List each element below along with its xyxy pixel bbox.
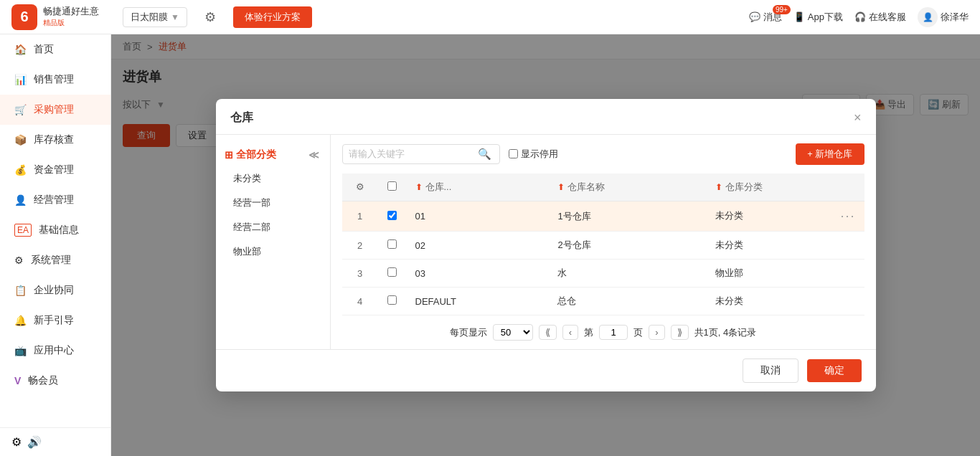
disabled-checkbox[interactable] bbox=[509, 149, 518, 158]
first-page-button[interactable]: ⟪ bbox=[539, 325, 557, 340]
sidebar-label-system: 系统管理 bbox=[31, 254, 71, 267]
row-category: 未分类 bbox=[707, 288, 864, 315]
confirm-button[interactable]: 确定 bbox=[807, 359, 862, 382]
apps-icon: 📺 bbox=[14, 345, 27, 356]
col-settings: ⚙ bbox=[342, 174, 378, 201]
total-pages: 共1页, 4条记录 bbox=[694, 326, 757, 339]
row-checkbox-cell[interactable] bbox=[378, 201, 407, 232]
basic-info-icon: EA bbox=[14, 224, 32, 237]
inventory-icon: 📦 bbox=[14, 134, 27, 146]
row-checkbox[interactable] bbox=[387, 295, 397, 305]
row-checkbox-cell[interactable] bbox=[378, 260, 407, 288]
page-label: 第 bbox=[584, 326, 593, 339]
store-name: 日太阳膜 bbox=[131, 11, 168, 24]
row-actions[interactable]: ··· bbox=[840, 209, 855, 224]
collapse-icon[interactable]: ≪ bbox=[307, 148, 321, 162]
col-name-label: 仓库名称 bbox=[567, 181, 605, 194]
modal-body: ⊞ 全部分类 ≪ 未分类 经营一部 经营二部 物业部 bbox=[216, 135, 876, 350]
logo-sub: 精品版 bbox=[43, 18, 99, 28]
col-code: ⬆ 仓库... bbox=[407, 174, 550, 201]
show-disabled-label: 显示停用 bbox=[521, 148, 558, 161]
sidebar-item-member[interactable]: V 畅会员 bbox=[0, 366, 110, 396]
sidebar-item-management[interactable]: 👤 经营管理 bbox=[0, 185, 110, 215]
header-right: 💬 消息 99+ 📱 App下载 🎧 在线客服 👤 徐泽华 bbox=[749, 7, 969, 27]
main-layout: 🏠 首页 📊 销售管理 🛒 采购管理 📦 库存核查 💰 资金管理 👤 经营管理 … bbox=[0, 34, 980, 456]
pagination: 每页显示 50 20 100 ⟪ ‹ 第 页 › bbox=[342, 315, 864, 349]
sidebar-item-basic-info[interactable]: EA 基础信息 bbox=[0, 215, 110, 245]
row-code: 01 bbox=[407, 201, 550, 232]
row-checkbox[interactable] bbox=[387, 239, 397, 249]
modal-header: 仓库 × bbox=[216, 99, 876, 135]
col-name: ⬆ 仓库名称 bbox=[549, 174, 707, 201]
user-name: 徐泽华 bbox=[941, 11, 969, 24]
category-item-op2[interactable]: 经营二部 bbox=[216, 215, 330, 239]
service-label: 在线客服 bbox=[869, 11, 906, 24]
search-icon: 🔍 bbox=[478, 148, 491, 161]
message-icon: 💬 bbox=[749, 11, 760, 22]
user-profile[interactable]: 👤 徐泽华 bbox=[918, 7, 969, 27]
row-checkbox-cell[interactable] bbox=[378, 288, 407, 315]
system-icon: ⚙ bbox=[14, 255, 24, 266]
app-download-item[interactable]: 📱 App下载 bbox=[793, 11, 843, 24]
sidebar-label-home: 首页 bbox=[34, 43, 54, 56]
prev-page-button[interactable]: ‹ bbox=[562, 325, 578, 340]
service-item[interactable]: 🎧 在线客服 bbox=[854, 11, 906, 24]
sidebar-item-sales[interactable]: 📊 销售管理 bbox=[0, 65, 110, 95]
row-checkbox[interactable] bbox=[387, 211, 397, 220]
modal-overlay[interactable]: 仓库 × ⊞ 全部分类 ≪ 未分类 bbox=[111, 34, 980, 456]
sidebar-label-finance: 资金管理 bbox=[34, 163, 74, 176]
sidebar-label-enterprise: 企业协同 bbox=[34, 284, 74, 297]
modal-title: 仓库 bbox=[230, 110, 253, 125]
warehouse-table: ⚙ ⬆ 仓库... bbox=[342, 174, 864, 316]
category-item-op1[interactable]: 经营一部 bbox=[216, 191, 330, 215]
cancel-button[interactable]: 取消 bbox=[743, 358, 798, 383]
sidebar-item-enterprise[interactable]: 📋 企业协同 bbox=[0, 275, 110, 305]
sidebar-item-inventory[interactable]: 📦 库存核查 bbox=[0, 125, 110, 155]
search-input[interactable] bbox=[349, 148, 478, 159]
table-row[interactable]: 4 DEFAULT 总仓 未分类 bbox=[342, 288, 864, 315]
gear-button[interactable]: ⚙ bbox=[199, 6, 222, 29]
col-checkbox bbox=[378, 174, 407, 201]
sidebar-item-system[interactable]: ⚙ 系统管理 bbox=[0, 245, 110, 275]
sound-icon[interactable]: 🔊 bbox=[27, 435, 42, 449]
add-warehouse-button[interactable]: + 新增仓库 bbox=[796, 143, 864, 165]
store-selector[interactable]: 日太阳膜 ▼ bbox=[123, 7, 187, 27]
category-item-property[interactable]: 物业部 bbox=[216, 239, 330, 264]
modal-footer: 取消 确定 bbox=[216, 349, 876, 391]
sidebar-item-home[interactable]: 🏠 首页 bbox=[0, 34, 110, 65]
row-checkbox[interactable] bbox=[387, 267, 397, 277]
table-panel: 🔍 显示停用 + 新增仓库 bbox=[331, 135, 876, 350]
modal-close-button[interactable]: × bbox=[854, 111, 862, 124]
table-row[interactable]: 1 01 1号仓库 未分类 ··· bbox=[342, 201, 864, 232]
message-item[interactable]: 💬 消息 99+ bbox=[749, 11, 782, 24]
table-row[interactable]: 3 03 水 物业部 bbox=[342, 260, 864, 288]
sidebar-item-purchase[interactable]: 🛒 采购管理 bbox=[0, 95, 110, 125]
industry-button[interactable]: 体验行业方案 bbox=[233, 6, 312, 28]
sidebar-item-apps[interactable]: 📺 应用中心 bbox=[0, 336, 110, 366]
next-page-button[interactable]: › bbox=[649, 325, 664, 340]
category-panel: ⊞ 全部分类 ≪ 未分类 经营一部 经营二部 物业部 bbox=[216, 135, 331, 350]
sidebar-item-guide[interactable]: 🔔 新手引导 bbox=[0, 305, 110, 336]
logo-area: 6 畅捷通好生意 精品版 bbox=[11, 4, 123, 30]
page-input[interactable] bbox=[599, 325, 628, 340]
chevron-down-icon: ▼ bbox=[171, 12, 179, 22]
show-disabled-checkbox[interactable]: 显示停用 bbox=[509, 148, 558, 161]
row-name: 2号仓库 bbox=[549, 232, 707, 260]
settings-bottom-icon[interactable]: ⚙ bbox=[11, 435, 22, 449]
row-num: 3 bbox=[342, 260, 378, 288]
category-all[interactable]: ⊞ 全部分类 ≪ bbox=[216, 143, 330, 166]
category-item-uncategorized[interactable]: 未分类 bbox=[216, 166, 330, 191]
per-page-label: 每页显示 bbox=[450, 326, 487, 339]
per-page-select[interactable]: 50 20 100 bbox=[493, 324, 533, 341]
select-all-checkbox[interactable] bbox=[387, 181, 397, 191]
row-category: 未分类 bbox=[707, 232, 864, 260]
last-page-button[interactable]: ⟫ bbox=[671, 325, 689, 340]
avatar: 👤 bbox=[918, 7, 938, 27]
header-center: 日太阳膜 ▼ ⚙ 体验行业方案 bbox=[123, 6, 749, 29]
logo-text: 畅捷通好生意 bbox=[43, 6, 99, 18]
message-badge: 99+ bbox=[773, 5, 791, 14]
col-category-label: 仓库分类 bbox=[725, 181, 763, 194]
sidebar-item-finance[interactable]: 💰 资金管理 bbox=[0, 155, 110, 185]
table-row[interactable]: 2 02 2号仓库 未分类 bbox=[342, 232, 864, 260]
row-checkbox-cell[interactable] bbox=[378, 232, 407, 260]
